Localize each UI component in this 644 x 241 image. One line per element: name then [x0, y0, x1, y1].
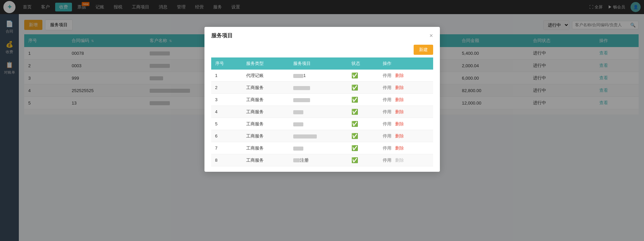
- modal-cell-status: ✅: [347, 130, 378, 142]
- modal-cell-no: 5: [211, 118, 242, 130]
- status-check-icon: ✅: [351, 109, 358, 115]
- modal-cell-no: 6: [211, 130, 242, 142]
- status-check-icon: ✅: [351, 121, 358, 127]
- modal-cell-status: ✅: [347, 118, 378, 130]
- modal-cell-type: 工商服务: [242, 154, 289, 166]
- modal-col-no: 序号: [211, 57, 242, 70]
- delete-button[interactable]: 删除: [395, 146, 404, 151]
- delete-button[interactable]: 删除: [395, 133, 404, 138]
- modal-cell-project: [289, 106, 347, 118]
- modal-cell-project: 1: [289, 70, 347, 82]
- status-check-icon: ✅: [351, 73, 358, 78]
- modal-cell-no: 3: [211, 94, 242, 106]
- modal-cell-action: 停用 删除: [379, 118, 433, 130]
- delete-button[interactable]: 删除: [395, 109, 404, 114]
- service-table: 序号 服务类型 服务项目 状态 操作 1 代理记账 1: [211, 57, 433, 166]
- modal-cell-type: 工商服务: [242, 130, 289, 142]
- status-check-icon: ✅: [351, 145, 358, 151]
- modal-cell-no: 4: [211, 106, 242, 118]
- modal-cell-action: 停用 删除: [379, 94, 433, 106]
- modal-cell-action: 停用 删除: [379, 154, 433, 166]
- status-check-icon: ✅: [351, 85, 358, 90]
- modal-cell-project: [289, 142, 347, 154]
- modal-cell-status: ✅: [347, 106, 378, 118]
- modal-col-action: 操作: [379, 57, 433, 70]
- modal-toolbar: 新建: [204, 42, 440, 57]
- modal-table-row: 7 工商服务 ✅ 停用 删除: [211, 142, 433, 154]
- delete-button[interactable]: 删除: [395, 121, 404, 126]
- modal-cell-type: 代理记账: [242, 70, 289, 82]
- modal-cell-type: 工商服务: [242, 94, 289, 106]
- stop-button[interactable]: 停用: [383, 73, 391, 78]
- modal-col-type: 服务类型: [242, 57, 289, 70]
- modal-header: 服务项目 ×: [204, 27, 440, 42]
- stop-button[interactable]: 停用: [383, 97, 391, 102]
- modal-cell-type: 工商服务: [242, 118, 289, 130]
- modal-cell-type: 工商服务: [242, 106, 289, 118]
- modal-cell-action: 停用 删除: [379, 82, 433, 94]
- modal-table-row: 4 工商服务 ✅ 停用 删除: [211, 106, 433, 118]
- stop-button[interactable]: 停用: [383, 133, 391, 138]
- service-modal: 服务项目 × 新建 序号 服务类型 服务项目 状态 操作: [204, 27, 440, 172]
- modal-title: 服务项目: [211, 32, 233, 39]
- status-check-icon: ✅: [351, 157, 358, 163]
- stop-button[interactable]: 停用: [383, 109, 391, 114]
- modal-cell-no: 1: [211, 70, 242, 82]
- stop-button[interactable]: 停用: [383, 121, 391, 126]
- modal-body: 序号 服务类型 服务项目 状态 操作 1 代理记账 1: [204, 57, 440, 172]
- stop-button[interactable]: 停用: [383, 158, 391, 163]
- delete-button[interactable]: 删除: [395, 73, 404, 78]
- modal-table-row: 5 工商服务 ✅ 停用 删除: [211, 118, 433, 130]
- modal-table-row: 1 代理记账 1 ✅ 停用 删除: [211, 70, 433, 82]
- modal-cell-status: ✅: [347, 154, 378, 166]
- modal-cell-status: ✅: [347, 82, 378, 94]
- modal-cell-status: ✅: [347, 70, 378, 82]
- status-check-icon: ✅: [351, 133, 358, 139]
- modal-cell-no: 7: [211, 142, 242, 154]
- modal-cell-status: ✅: [347, 142, 378, 154]
- modal-cell-project: [289, 82, 347, 94]
- modal-cell-action: 停用 删除: [379, 70, 433, 82]
- delete-button[interactable]: 删除: [395, 158, 404, 163]
- modal-cell-status: ✅: [347, 94, 378, 106]
- modal-create-button[interactable]: 新建: [414, 45, 433, 55]
- stop-button[interactable]: 停用: [383, 146, 391, 151]
- modal-cell-project: 注册: [289, 154, 347, 166]
- modal-overlay[interactable]: 服务项目 × 新建 序号 服务类型 服务项目 状态 操作: [0, 0, 644, 241]
- modal-table-row: 3 工商服务 ✅ 停用 删除: [211, 94, 433, 106]
- modal-cell-project: [289, 118, 347, 130]
- stop-button[interactable]: 停用: [383, 85, 391, 90]
- modal-col-status: 状态: [347, 57, 378, 70]
- modal-cell-project: [289, 94, 347, 106]
- modal-table-row: 2 工商服务 ✅ 停用 删除: [211, 82, 433, 94]
- modal-table-row: 6 工商服务 ✅ 停用 删除: [211, 130, 433, 142]
- modal-cell-no: 2: [211, 82, 242, 94]
- modal-cell-action: 停用 删除: [379, 130, 433, 142]
- status-check-icon: ✅: [351, 97, 358, 103]
- modal-cell-type: 工商服务: [242, 142, 289, 154]
- modal-table-row: 8 工商服务 注册 ✅ 停用 删除: [211, 154, 433, 166]
- modal-cell-project: [289, 130, 347, 142]
- modal-cell-no: 8: [211, 154, 242, 166]
- modal-cell-action: 停用 删除: [379, 106, 433, 118]
- modal-cell-type: 工商服务: [242, 82, 289, 94]
- delete-button[interactable]: 删除: [395, 85, 404, 90]
- modal-close-button[interactable]: ×: [429, 32, 433, 39]
- delete-button[interactable]: 删除: [395, 97, 404, 102]
- modal-col-project: 服务项目: [289, 57, 347, 70]
- modal-cell-action: 停用 删除: [379, 142, 433, 154]
